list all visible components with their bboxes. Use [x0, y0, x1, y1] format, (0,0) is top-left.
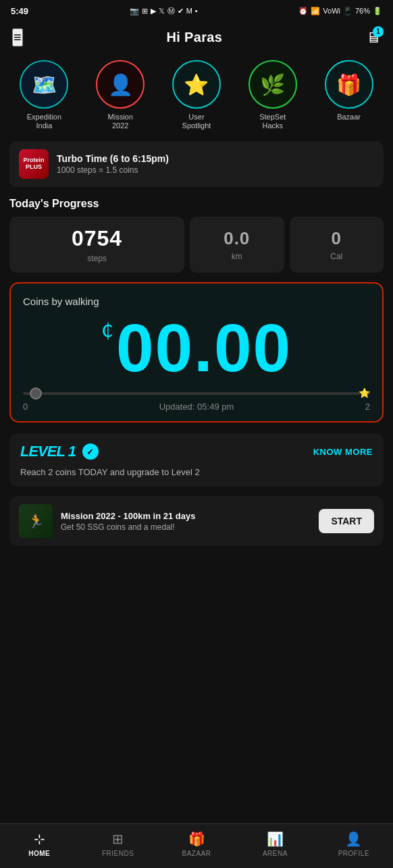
- km-label: km: [232, 252, 242, 261]
- home-icon: ⊹: [34, 831, 45, 847]
- notification-badge: 1: [373, 26, 384, 37]
- logo-text: ProteinPLUS: [23, 157, 44, 171]
- instagram-icon: 📷: [130, 7, 139, 16]
- cal-label: Cal: [330, 252, 342, 261]
- youtube-icon: ▶: [151, 7, 156, 16]
- story-circle-bazaar: 🎁: [325, 60, 373, 109]
- bazaar-label: BAZAAR: [182, 850, 211, 857]
- status-time: 5:49: [11, 6, 28, 16]
- steps-value: 0754: [72, 226, 122, 251]
- level-check-icon: ✓: [82, 443, 99, 460]
- turbo-title: Turbo Time (6 to 6:15pm): [57, 153, 169, 164]
- status-bar: 5:49 📷 ⊞ ▶ 𝕏 Ⓜ ✔ M • ⏰ 📶 VoWi 📱 76% 🔋: [0, 0, 393, 22]
- coins-slider-container: ⭐: [23, 392, 370, 395]
- vowifi-icon: VoWi: [323, 7, 340, 15]
- steps-card: 0754 steps: [9, 217, 184, 273]
- level-section: LEVEL 1 ✓ KNOW MORE Reach 2 coins TODAY …: [9, 433, 384, 487]
- coins-slider-track[interactable]: ⭐: [23, 392, 370, 395]
- km-value: 0.0: [224, 228, 250, 249]
- story-label-bazaar: Bazaar: [337, 113, 361, 121]
- progress-title: Today's Progress: [9, 198, 384, 210]
- coins-footer: 0 Updated: 05:49 pm 2: [23, 402, 370, 412]
- start-mission-button[interactable]: START: [319, 509, 374, 533]
- level-description: Reach 2 coins TODAY and upgrade to Level…: [20, 467, 373, 477]
- story-mission[interactable]: 👤 Mission2022: [86, 60, 155, 130]
- main-page: 5:49 📷 ⊞ ▶ 𝕏 Ⓜ ✔ M • ⏰ 📶 VoWi 📱 76% 🔋 ≡ …: [0, 0, 393, 609]
- gmail-icon: M: [186, 7, 192, 15]
- nav-profile[interactable]: 👤 PROFILE: [315, 831, 393, 857]
- profile-label: PROFILE: [338, 850, 369, 857]
- coins-updated: Updated: 05:49 pm: [159, 402, 234, 412]
- signal-icon: 📱: [343, 7, 352, 16]
- level-badge-text: LEVEL: [20, 443, 65, 460]
- km-card: 0.0 km: [190, 217, 284, 273]
- story-bazaar[interactable]: 🎁 Bazaar: [314, 60, 384, 121]
- coins-display: ₵ 00.00: [23, 314, 370, 381]
- level-badge: LEVEL 1: [20, 443, 76, 460]
- battery-icon: 🔋: [373, 7, 382, 16]
- story-circle-mission: 👤: [96, 60, 145, 109]
- wifi-icon: 📶: [311, 7, 320, 16]
- nav-friends[interactable]: ⊞ FRIENDS: [78, 831, 157, 857]
- arena-label: ARENA: [263, 850, 288, 857]
- level-header: LEVEL 1 ✓ KNOW MORE: [20, 443, 373, 460]
- turbo-time-banner[interactable]: ProteinPLUS Turbo Time (6 to 6:15pm) 100…: [9, 141, 384, 187]
- story-spotlight[interactable]: ⭐ UserSpotlight: [162, 60, 232, 130]
- story-circle-stepset: 🌿: [248, 60, 297, 109]
- coins-slider-thumb: [30, 387, 42, 400]
- story-expedition[interactable]: 🗺️ ExpeditionIndia: [9, 60, 79, 130]
- nav-bazaar[interactable]: 🎁 BAZAAR: [157, 831, 236, 857]
- cal-card: 0 Cal: [290, 217, 384, 273]
- mission-icon: 👤: [108, 73, 133, 97]
- stories-section: 🗺️ ExpeditionIndia 👤 Mission2022 ⭐ UserS…: [0, 53, 393, 141]
- story-label-expedition: ExpeditionIndia: [27, 113, 61, 130]
- story-label-spotlight: UserSpotlight: [182, 113, 211, 130]
- profile-icon: 👤: [345, 831, 362, 847]
- level-number: 1: [68, 443, 76, 460]
- bottom-navigation: ⊹ HOME ⊞ FRIENDS 🎁 BAZAAR 📊 ARENA 👤 PROF…: [0, 823, 393, 868]
- spotlight-icon: ⭐: [184, 73, 209, 97]
- nav-home[interactable]: ⊹ HOME: [0, 831, 78, 857]
- home-label: HOME: [28, 850, 50, 857]
- arena-icon: 📊: [267, 831, 284, 847]
- mission-title: Mission 2022 - 100km in 21 days: [61, 511, 311, 521]
- story-circle-spotlight: ⭐: [172, 60, 221, 109]
- expedition-icon: 🗺️: [32, 73, 57, 97]
- progress-section: Today's Progress 0754 steps 0.0 km 0 Cal: [0, 198, 393, 282]
- mission-text: Mission 2022 - 100km in 21 days Get 50 S…: [61, 511, 311, 532]
- hamburger-menu-button[interactable]: ≡: [12, 28, 23, 47]
- battery-text: 76%: [355, 7, 370, 15]
- alarm-icon: ⏰: [298, 7, 308, 16]
- turbo-text: Turbo Time (6 to 6:15pm) 1000 steps = 1.…: [57, 153, 169, 175]
- coins-min: 0: [23, 402, 28, 412]
- story-label-mission: Mission2022: [108, 113, 133, 130]
- app-header: ≡ Hi Paras 🖥 1: [0, 22, 393, 53]
- status-icons: 📷 ⊞ ▶ 𝕏 Ⓜ ✔ M •: [130, 6, 198, 16]
- level-left: LEVEL 1 ✓: [20, 443, 99, 460]
- coins-title: Coins by walking: [23, 296, 370, 307]
- know-more-button[interactable]: KNOW MORE: [313, 447, 373, 457]
- progress-cards: 0754 steps 0.0 km 0 Cal: [9, 217, 384, 273]
- dot-icon: •: [195, 7, 198, 15]
- coins-max: 2: [365, 402, 370, 412]
- nav-arena[interactable]: 📊 ARENA: [236, 831, 314, 857]
- bazaar-icon: 🎁: [336, 73, 361, 97]
- mission-banner: 🏃 Mission 2022 - 100km in 21 days Get 50…: [9, 496, 384, 546]
- coins-slider-end-icon: ⭐: [359, 387, 370, 398]
- turbo-subtitle: 1000 steps = 1.5 coins: [57, 165, 169, 175]
- coins-symbol: ₵: [101, 319, 113, 342]
- mission-thumb-icon: 🏃: [28, 513, 45, 529]
- story-stepset[interactable]: 🌿 StepSetHacks: [238, 60, 307, 130]
- stories-row: 🗺️ ExpeditionIndia 👤 Mission2022 ⭐ UserS…: [9, 60, 384, 130]
- healthifyme-icon: ✔: [178, 7, 184, 16]
- notification-button[interactable]: 🖥 1: [366, 29, 381, 47]
- greeting-title: Hi Paras: [167, 30, 222, 45]
- cal-value: 0: [332, 228, 342, 249]
- bazaar-nav-icon: 🎁: [188, 831, 205, 847]
- coins-value: 00.00: [116, 314, 292, 381]
- m-icon: Ⓜ: [167, 6, 175, 16]
- friends-icon: ⊞: [112, 831, 124, 847]
- coins-section: Coins by walking ₵ 00.00 ⭐ 0 Updated: 05…: [9, 282, 384, 423]
- protein-plus-logo: ProteinPLUS: [19, 149, 49, 179]
- stepset-icon: 🌿: [260, 73, 285, 97]
